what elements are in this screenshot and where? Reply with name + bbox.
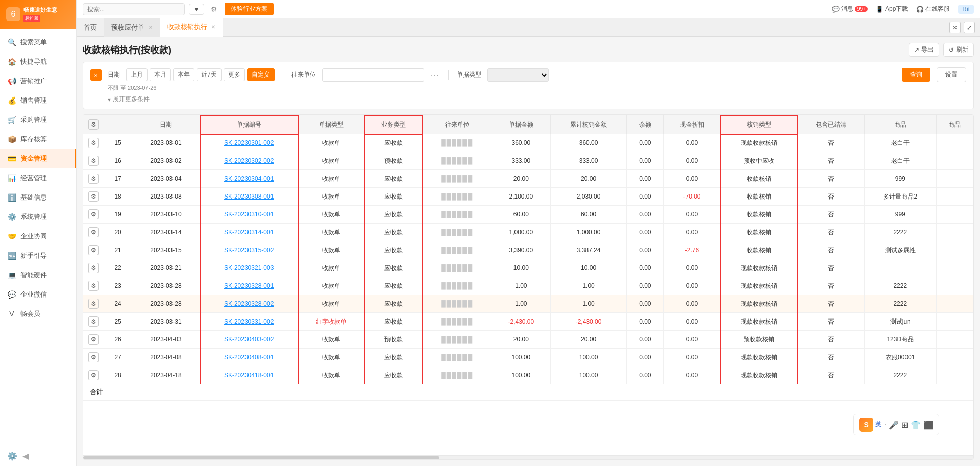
doc-no-link[interactable]: SK-20230408-001 [224, 354, 274, 361]
th-unit[interactable]: 往来单位 [423, 115, 492, 134]
tabbar-close-btn[interactable]: ✕ [949, 22, 961, 33]
td-doc-no[interactable]: SK-20230310-001 [200, 206, 298, 224]
th-settled[interactable]: 包含已结清 [798, 115, 865, 134]
scrollbar-thumb[interactable] [83, 456, 439, 459]
doc-no-link[interactable]: SK-20230315-002 [224, 247, 274, 254]
doc-no-link[interactable]: SK-20230314-001 [224, 229, 274, 236]
date-btn-thisyear[interactable]: 本年 [173, 68, 194, 81]
td-doc-no[interactable]: SK-20230328-001 [200, 277, 298, 295]
td-doc-no[interactable]: SK-20230418-001 [200, 366, 298, 384]
td-doc-no[interactable]: SK-20230314-001 [200, 224, 298, 241]
user-avatar[interactable]: Rit [958, 5, 974, 14]
sidebar-item-guide[interactable]: 🆕新手引导 [0, 246, 76, 265]
th-goods2[interactable]: 商品 [936, 115, 973, 134]
th-goods[interactable]: 商品 [864, 115, 936, 134]
setting-btn[interactable]: 设置 [937, 67, 966, 82]
td-doc-no[interactable]: SK-20230315-002 [200, 241, 298, 259]
sidebar-item-shortcuts[interactable]: 🏠快捷导航 [0, 52, 76, 71]
row-settings-icon[interactable]: ⚙ [88, 174, 99, 184]
row-settings-icon[interactable]: ⚙ [88, 156, 99, 166]
th-cancel-type[interactable]: 核销类型 [721, 115, 798, 134]
td-doc-no[interactable]: SK-20230328-002 [200, 295, 298, 313]
date-btn-thismonth[interactable]: 本月 [150, 68, 171, 81]
th-settings[interactable]: ⚙ [83, 115, 104, 134]
doc-no-link[interactable]: SK-20230321-003 [224, 264, 274, 272]
table-row[interactable]: ⚙ 23 2023-03-28 SK-20230328-001 收款单 应收款 … [83, 277, 973, 295]
td-doc-no[interactable]: SK-20230321-003 [200, 259, 298, 277]
filter-toggle-btn[interactable]: » [90, 69, 102, 81]
sidebar-item-sales[interactable]: 💰销售管理 [0, 91, 76, 110]
table-row[interactable]: ⚙ 27 2023-04-08 SK-20230408-001 收款单 应收款 … [83, 349, 973, 366]
th-date[interactable]: 日期 [132, 115, 200, 134]
sidebar-item-system[interactable]: ⚙️系统管理 [0, 207, 76, 227]
sidebar-item-search[interactable]: 🔍搜索菜单 [0, 33, 76, 52]
sidebar-item-basic[interactable]: ℹ️基础信息 [0, 188, 76, 207]
type-select[interactable] [487, 68, 549, 82]
tab-prepay-close[interactable]: ✕ [149, 24, 153, 30]
doc-no-link[interactable]: SK-20230308-001 [224, 193, 274, 200]
td-doc-no[interactable]: SK-20230331-002 [200, 313, 298, 331]
sidebar-item-finance[interactable]: 💳资金管理 [0, 149, 76, 168]
row-settings-icon[interactable]: ⚙ [88, 138, 99, 148]
date-btn-more[interactable]: 更多 [224, 68, 245, 81]
sidebar-item-wechat[interactable]: 💬企业微信 [0, 285, 76, 304]
doc-no-link[interactable]: SK-20230302-002 [224, 157, 274, 164]
industry-btn[interactable]: 体验行业方案 [225, 3, 274, 15]
table-row[interactable]: ⚙ 20 2023-03-14 SK-20230314-001 收款单 应收款 … [83, 224, 973, 241]
row-settings-icon[interactable]: ⚙ [88, 370, 99, 380]
table-row[interactable]: ⚙ 24 2023-03-28 SK-20230328-002 收款单 应收款 … [83, 295, 973, 313]
row-settings-icon[interactable]: ⚙ [88, 263, 99, 273]
row-settings-icon[interactable]: ⚙ [88, 299, 99, 309]
td-doc-no[interactable]: SK-20230408-001 [200, 349, 298, 366]
service-btn[interactable]: 🎧 在线客服 [916, 5, 950, 13]
table-row[interactable]: ⚙ 22 2023-03-21 SK-20230321-003 收款单 应收款 … [83, 259, 973, 277]
message-btn[interactable]: 💬 消息 99+ [832, 5, 868, 13]
table-row[interactable]: ⚙ 28 2023-04-18 SK-20230418-001 收款单 应收款 … [83, 366, 973, 384]
th-biz-type[interactable]: 业务类型 [365, 115, 422, 134]
doc-no-link[interactable]: SK-20230328-001 [224, 282, 274, 289]
th-discount[interactable]: 现金折扣 [664, 115, 721, 134]
table-row[interactable]: ⚙ 25 2023-03-31 SK-20230331-002 红字收款单 应收… [83, 313, 973, 331]
topbar-gear-icon[interactable]: ⚙ [208, 3, 220, 15]
doc-no-link[interactable]: SK-20230328-002 [224, 300, 274, 307]
sidebar-item-purchase[interactable]: 🛒采购管理 [0, 110, 76, 130]
row-settings-icon[interactable]: ⚙ [88, 281, 99, 291]
tabbar-expand-btn[interactable]: ⤢ [964, 22, 975, 33]
row-settings-icon[interactable]: ⚙ [88, 352, 99, 362]
td-doc-no[interactable]: SK-20230308-001 [200, 188, 298, 206]
row-settings-icon[interactable]: ⚙ [88, 245, 99, 255]
export-btn[interactable]: ↗ 导出 [909, 43, 939, 57]
doc-no-link[interactable]: SK-20230310-001 [224, 211, 274, 218]
tab-collection[interactable]: 收款核销执行 ✕ [160, 18, 223, 37]
row-settings-icon[interactable]: ⚙ [88, 227, 99, 237]
doc-no-link[interactable]: SK-20230418-001 [224, 372, 274, 379]
date-btn-7days[interactable]: 近7天 [197, 68, 222, 81]
sidebar-item-hardware[interactable]: 💻智能硬件 [0, 265, 76, 285]
th-amount[interactable]: 单据金额 [492, 115, 550, 134]
th-balance[interactable]: 余额 [627, 115, 664, 134]
th-doc-type[interactable]: 单据类型 [298, 115, 365, 134]
th-verified[interactable]: 累计核销金额 [550, 115, 626, 134]
row-settings-icon[interactable]: ⚙ [88, 209, 99, 219]
expand-btn[interactable]: ▾ 展开更多条件 [90, 95, 966, 104]
tab-collection-close[interactable]: ✕ [211, 24, 215, 30]
td-doc-no[interactable]: SK-20230304-001 [200, 170, 298, 188]
table-row[interactable]: ⚙ 21 2023-03-15 SK-20230315-002 收款单 应收款 … [83, 241, 973, 259]
collapse-icon[interactable]: ◀ [22, 451, 29, 461]
table-scroll[interactable]: ⚙ 日期 单据编号 单据类型 业务类型 往来单位 单据金额 累计核销金额 余额 … [83, 115, 973, 455]
tab-prepay[interactable]: 预收应付单 ✕ [104, 18, 160, 37]
sidebar-item-operations[interactable]: 📊经营管理 [0, 168, 76, 188]
table-row[interactable]: ⚙ 26 2023-04-03 SK-20230403-002 收款单 预收款 … [83, 331, 973, 349]
filter-dots[interactable]: ··· [430, 70, 440, 80]
td-doc-no[interactable]: SK-20230403-002 [200, 331, 298, 349]
doc-no-link[interactable]: SK-20230403-002 [224, 336, 274, 343]
date-btn-lastmonth[interactable]: 上月 [126, 68, 148, 81]
doc-no-link[interactable]: SK-20230301-002 [224, 139, 274, 146]
doc-no-link[interactable]: SK-20230304-001 [224, 175, 274, 182]
column-settings-icon[interactable]: ⚙ [88, 119, 99, 130]
topbar-search-input[interactable] [83, 3, 185, 15]
table-row[interactable]: ⚙ 17 2023-03-04 SK-20230304-001 收款单 应收款 … [83, 170, 973, 188]
date-btn-custom[interactable]: 自定义 [247, 68, 275, 81]
sidebar-item-marketing[interactable]: 📢营销推广 [0, 71, 76, 91]
sidebar-item-member[interactable]: V畅会员 [0, 304, 76, 324]
